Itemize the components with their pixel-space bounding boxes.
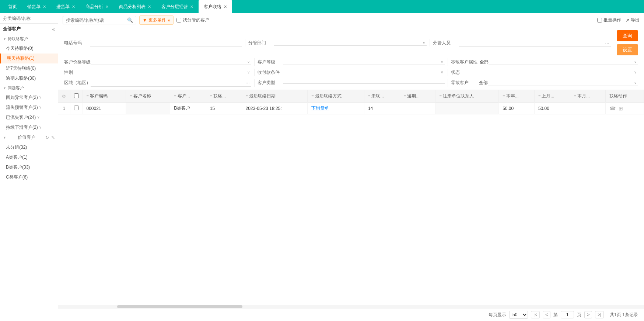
th-checkbox — [70, 90, 83, 103]
select-all-checkbox[interactable] — [74, 93, 79, 98]
nav-customer-contact[interactable]: 客户联络 ✕ — [199, 0, 232, 13]
sidebar-item-churned[interactable]: 已流失客户(24) ? — [0, 113, 58, 122]
sidebar-item-class-c[interactable]: C类客户(6) — [0, 172, 58, 182]
batch-checkbox[interactable] — [597, 18, 602, 23]
page-num-input[interactable] — [561, 311, 574, 318]
th-this-month[interactable]: 本月... — [570, 90, 606, 103]
area-dots-icon[interactable]: ··· — [245, 80, 250, 86]
sidebar-collapse-icon[interactable]: « — [52, 26, 55, 32]
page-first-btn[interactable]: |< — [531, 311, 540, 318]
nav-goods-list-close[interactable]: ✕ — [148, 4, 151, 9]
nav-customer-tier-close[interactable]: ✕ — [190, 4, 193, 9]
nav-home[interactable]: 首页 — [3, 0, 22, 13]
filter-customer-level-select[interactable]: ∨ — [283, 59, 445, 65]
nav-purchase[interactable]: 进货单 ✕ — [51, 0, 80, 13]
th-code[interactable]: 客户编码 — [83, 90, 126, 103]
sidebar-item-overdue[interactable]: 逾期未联络(30) — [0, 73, 58, 83]
filter-price-level-select[interactable]: ∨ — [91, 59, 251, 65]
sidebar-item-ungrouped[interactable]: 未分组(32) — [0, 142, 58, 152]
th-name[interactable]: 客户名称 — [126, 90, 170, 103]
filter-manager-select[interactable]: ··· — [459, 39, 611, 47]
sidebar-item-repurchase-abnormal[interactable]: 回购异常客户(2) ? — [0, 93, 58, 103]
sidebar-item-churn-warning[interactable]: 流失预警客户(3) ? — [0, 103, 58, 113]
page-prev-btn[interactable]: < — [543, 311, 550, 318]
batch-op-btn[interactable]: 批量操作 — [597, 17, 621, 23]
th-type[interactable]: 客户... — [170, 90, 206, 103]
td-last-month: 50.00 — [534, 103, 570, 114]
help-icon-3: ? — [37, 115, 39, 120]
scroll-thumb[interactable] — [117, 305, 242, 308]
page-next-btn[interactable]: > — [584, 311, 592, 318]
filter-retail-attr-select[interactable]: ∨ — [489, 59, 638, 65]
filter-customer-type-select[interactable] — [283, 82, 445, 84]
th-uncontacted[interactable]: 未联... — [364, 90, 400, 103]
action-grid-icon[interactable]: ⊞ — [619, 106, 623, 111]
filter-gender: 性别 ∨ — [64, 69, 251, 76]
page-size-select[interactable]: 50 100 200 — [509, 311, 528, 319]
last-method-link[interactable]: 下销货单 — [311, 106, 329, 111]
filter-status-select[interactable]: ∨ — [477, 69, 638, 75]
filter-dept-select[interactable]: ∨ — [274, 40, 426, 46]
th-contact-person[interactable]: 往来单位联系人 — [435, 90, 499, 103]
sidebar-search-input[interactable] — [3, 16, 58, 21]
export-icon: ↗ — [626, 18, 629, 23]
filter-retail-customer-select[interactable]: ∨ — [488, 80, 638, 86]
sidebar-item-class-a[interactable]: A类客户(1) — [0, 152, 58, 162]
nav-goods-analysis[interactable]: 商品分析 ✕ — [80, 0, 114, 13]
manager-dots-icon[interactable]: ··· — [605, 40, 609, 46]
filter-gender-select[interactable]: ∨ — [90, 69, 251, 75]
sidebar-search-bar: 🔍 — [0, 13, 58, 24]
set-btn[interactable]: 设置 — [617, 44, 638, 55]
export-btn[interactable]: ↗ 导出 — [626, 17, 640, 23]
my-customer-checkbox[interactable]: 我分管的客户 — [176, 17, 209, 23]
filter-retail-customer: 零散客户 全部 ∨ — [451, 80, 638, 86]
sidebar-group-problem[interactable]: 问题客户 — [0, 83, 58, 93]
th-last-method[interactable]: 最后联络方式 — [308, 90, 364, 103]
filter-area-select[interactable]: ··· — [91, 79, 251, 87]
sidebar-all-customers[interactable]: 全部客户 « — [0, 24, 58, 34]
td-last-date: 2023-05-23 18:25: — [242, 103, 308, 114]
filter-customer-type: 客户类型 — [258, 80, 445, 86]
filter-payment-select[interactable]: ∨ — [283, 69, 445, 75]
query-btn[interactable]: 查询 — [617, 30, 638, 41]
page-last-btn[interactable]: >| — [595, 311, 604, 318]
value-refresh-icon[interactable]: ↻ — [45, 135, 49, 140]
sidebar-item-class-b[interactable]: B类客户(33) — [0, 162, 58, 172]
sidebar-item-tomorrow[interactable]: 明天待联络(1) — [0, 54, 58, 63]
nav-purchase-close[interactable]: ✕ — [72, 4, 75, 9]
row-checkbox[interactable] — [74, 106, 79, 110]
search-box: 🔍 — [63, 16, 136, 24]
filter-customer-level: 客户等级 ∨ — [258, 59, 445, 65]
nav-goods-analysis-close[interactable]: ✕ — [105, 4, 109, 9]
nav-sales-close[interactable]: ✕ — [43, 4, 46, 9]
th-last-date[interactable]: 最后联络日期 — [242, 90, 308, 103]
nav-customer-contact-close[interactable]: ✕ — [224, 4, 227, 9]
th-this-year[interactable]: 本年... — [499, 90, 535, 103]
th-overdue[interactable]: 逾期... — [400, 90, 435, 103]
value-edit-icon[interactable]: ✎ — [51, 135, 55, 140]
td-contact: 15 — [206, 103, 242, 114]
nav-customer-tier[interactable]: 客户分层经营 ✕ — [156, 0, 199, 13]
help-icon-4: ? — [39, 125, 42, 130]
filter-phone-input[interactable] — [90, 39, 242, 46]
sidebar-item-declining[interactable]: 持续下滑客户(2) ? — [0, 122, 58, 132]
my-customer-check[interactable] — [176, 18, 181, 23]
filter-phone: 电话号码 — [64, 39, 242, 46]
search-input[interactable] — [66, 18, 127, 23]
nav-sales[interactable]: 销货单 ✕ — [22, 0, 51, 13]
sidebar-item-today[interactable]: 今天待联络(0) — [0, 44, 58, 54]
nav-goods-list[interactable]: 商品分析列表 ✕ — [114, 0, 156, 13]
filter-status: 状态 ∨ — [451, 69, 638, 76]
filter-more-btn[interactable]: ▼ 更多条件 ∧ — [139, 15, 174, 25]
td-this-year: 50.00 — [499, 103, 535, 114]
table-settings-icon[interactable]: ⚙ — [62, 94, 66, 99]
th-contact[interactable]: 联络... — [206, 90, 242, 103]
action-phone-icon[interactable]: ☎ — [609, 106, 616, 111]
sidebar-group-value[interactable]: 价值客户 ↻ ✎ — [0, 132, 58, 142]
search-icon[interactable]: 🔍 — [127, 17, 133, 23]
table-scrollbar[interactable] — [58, 305, 644, 308]
footer: 每页显示 50 100 200 |< < 第 页 > >| 共1页 1条记录 — [58, 308, 644, 321]
th-last-month[interactable]: 上月... — [534, 90, 570, 103]
sidebar-group-pending[interactable]: 待联络客户 — [0, 34, 58, 44]
sidebar-item-7days[interactable]: 近7天待联络(0) — [0, 63, 58, 73]
